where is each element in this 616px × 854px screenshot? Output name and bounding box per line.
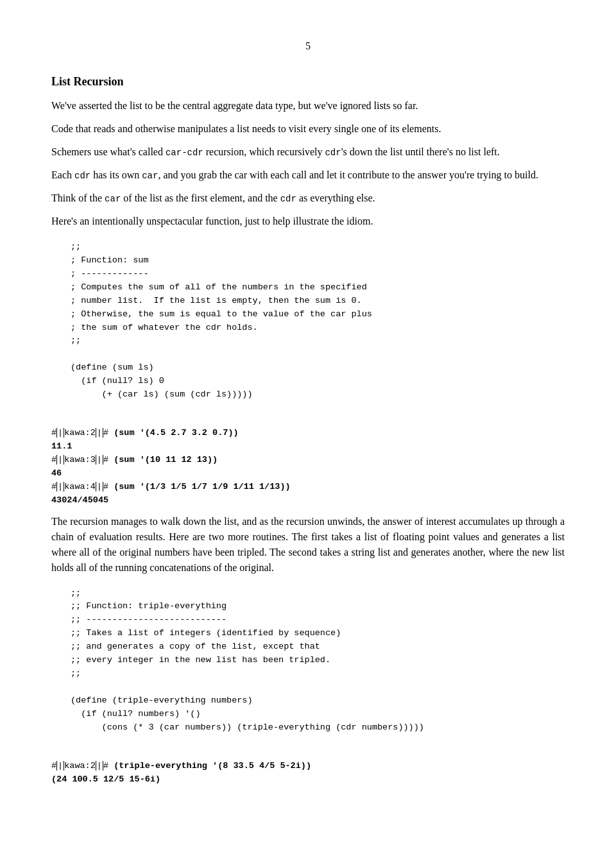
p4-text-2: has its own <box>90 169 142 180</box>
p5-text-3: as everything else. <box>296 192 375 203</box>
repl-1-line-2: #|kawa:3|# (sum '(10 11 12 13)) <box>51 455 218 465</box>
p5-text-1: Think of the <box>51 192 105 203</box>
repl-1-line-3: #|kawa:4|# (sum '(1/3 1/5 1/7 1/9 1/11 1… <box>51 482 291 491</box>
repl-result-4: (24 100.5 12/5 15-6i) <box>51 774 160 784</box>
repl-input-3: (sum '(1/3 1/5 1/7 1/9 1/11 1/13)) <box>108 482 291 491</box>
p5-code2: cdr <box>280 194 296 204</box>
code-block-1: ;; ; Function: sum ; ------------- ; Com… <box>71 241 565 402</box>
p4-text-3: , and you grab the car with each call an… <box>158 169 538 180</box>
page-number: 5 <box>51 38 565 54</box>
repl-input-1: (sum '(4.5 2.7 3.2 0.7)) <box>108 428 239 438</box>
p5-code1: car <box>105 194 121 204</box>
p3-code2: cdr <box>325 148 341 158</box>
paragraph-4: Each cdr has its own car, and you grab t… <box>51 167 565 183</box>
paragraph-2: Code that reads and otherwise manipulate… <box>51 121 565 137</box>
paragraph-6: Here's an intentionally unspectacular fu… <box>51 214 565 229</box>
p3-text-3: 's down the list until there's no list l… <box>341 146 500 157</box>
repl-input-2: (sum '(10 11 12 13)) <box>108 455 218 465</box>
repl-block-2: #|kawa:2|# (triple-everything '(8 33.5 4… <box>51 746 565 787</box>
repl-input-4: (triple-everything '(8 33.5 4/5 5-2i)) <box>108 761 311 771</box>
p4-text-1: Each <box>51 169 74 180</box>
p4-code2: car <box>142 171 158 181</box>
p4-code1: cdr <box>74 171 90 181</box>
repl-2-line-1: #|kawa:2|# (triple-everything '(8 33.5 4… <box>51 761 311 771</box>
page: 5 List Recursion We've asserted the list… <box>0 0 616 854</box>
repl-1-line-1: #|kawa:2|# (sum '(4.5 2.7 3.2 0.7)) <box>51 428 239 438</box>
p5-text-2: of the list as the first element, and th… <box>121 192 280 203</box>
repl-prompt-2: #|kawa:3|# <box>51 455 108 465</box>
code-block-2: ;; ;; Function: triple-everything ;; ---… <box>71 587 565 735</box>
paragraph-1: We've asserted the list to be the centra… <box>51 98 565 114</box>
repl-block-1: #|kawa:2|# (sum '(4.5 2.7 3.2 0.7)) 11.1… <box>51 413 565 507</box>
repl-prompt-4: #|kawa:2|# <box>51 761 108 771</box>
repl-prompt-1: #|kawa:2|# <box>51 428 108 438</box>
p3-text-2: recursion, which recursively <box>203 146 325 157</box>
repl-prompt-3: #|kawa:4|# <box>51 482 108 491</box>
p3-text-1: Schemers use what's called <box>51 146 166 157</box>
section-title: List Recursion <box>51 73 565 90</box>
repl-result-1: 11.1 <box>51 441 72 451</box>
paragraph-3: Schemers use what's called car-cdr recur… <box>51 144 565 160</box>
paragraph-5: Think of the car of the list as the firs… <box>51 191 565 206</box>
p3-code1: car-cdr <box>166 148 203 158</box>
paragraph-after-repl1: The recursion manages to walk down the l… <box>51 514 565 576</box>
repl-result-3: 43024/45045 <box>51 495 108 505</box>
repl-result-2: 46 <box>51 468 62 478</box>
